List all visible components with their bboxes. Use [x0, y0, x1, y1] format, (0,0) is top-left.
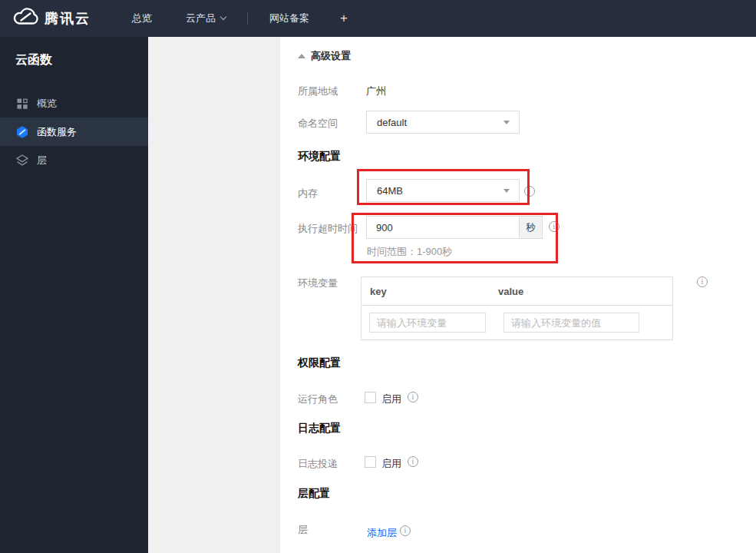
env-key-input[interactable]	[369, 313, 486, 333]
run-role-checkbox[interactable]	[365, 392, 376, 403]
tencent-cloud-console: 腾讯云 总览 云产品 网站备案 + 云函数	[0, 0, 756, 553]
function-hexagon-icon	[15, 125, 29, 139]
memory-label: 内存	[298, 187, 318, 200]
nav-add-button[interactable]: +	[326, 0, 361, 37]
log-delivery-enable-label: 启用	[381, 457, 401, 471]
sidebar-item-label: 函数服务	[37, 125, 77, 139]
function-config-form: 高级设置 所属地域 广州 命名空间 default 环境配置 内存 64MB 执…	[280, 37, 756, 553]
env-vars-input-row	[361, 306, 672, 339]
nav-item-label: 网站备案	[269, 12, 309, 25]
tencent-cloud-logo[interactable]: 腾讯云	[12, 7, 91, 31]
region-value: 广州	[366, 84, 386, 98]
sidebar-item-label: 概览	[37, 97, 57, 111]
top-navbar: 腾讯云 总览 云产品 网站备案 +	[0, 0, 756, 37]
sidebar-item-label: 层	[37, 154, 47, 167]
log-delivery-checkbox[interactable]	[365, 456, 376, 468]
env-vars-header-row: key value	[361, 277, 672, 306]
log-delivery-label: 日志投递	[298, 457, 338, 471]
nav-item-cloud-products[interactable]: 云产品	[169, 0, 243, 37]
run-role-enable-label: 启用	[381, 392, 401, 406]
sidebar-item-layers[interactable]: 层	[0, 146, 148, 174]
section-title-layer-config: 层配置	[298, 487, 330, 501]
nav-item-icp-filing[interactable]: 网站备案	[253, 0, 326, 37]
memory-selected-value: 64MB	[377, 185, 403, 197]
logo-text: 腾讯云	[45, 9, 91, 28]
env-vars-info-icon[interactable]	[697, 276, 708, 287]
env-key-header: key	[361, 286, 498, 297]
memory-select[interactable]: 64MB	[366, 179, 520, 202]
layers-icon	[15, 154, 29, 167]
region-label: 所属地域	[298, 84, 338, 98]
env-value-header: value	[498, 286, 672, 297]
cloud-logo-icon	[12, 7, 38, 31]
timeout-range-hint: 时间范围：1-900秒	[367, 245, 452, 259]
section-title-env-config: 环境配置	[298, 150, 341, 164]
env-value-input[interactable]	[503, 313, 639, 333]
chevron-down-icon	[220, 14, 226, 20]
section-title-perm-config: 权限配置	[298, 356, 341, 370]
collapsed-panel-background	[148, 37, 280, 553]
nav-divider	[247, 12, 248, 25]
memory-info-icon[interactable]	[524, 186, 535, 197]
caret-down-icon	[503, 189, 510, 193]
sidebar-menu: 概览 函数服务 层	[0, 89, 148, 174]
run-role-label: 运行角色	[298, 392, 338, 406]
timeout-input[interactable]	[366, 216, 520, 239]
nav-item-label: 总览	[132, 12, 152, 25]
add-layer-info-icon[interactable]	[400, 525, 411, 536]
nav-item-label: 云产品	[186, 12, 216, 25]
env-vars-table: key value	[361, 276, 673, 340]
advanced-settings-label: 高级设置	[311, 49, 351, 63]
advanced-settings-toggle[interactable]: 高级设置	[298, 49, 351, 63]
collapse-arrow-icon	[298, 54, 305, 58]
grid-icon	[15, 97, 29, 111]
sidebar-item-function-service[interactable]: 函数服务	[0, 118, 148, 146]
timeout-input-group: 秒	[366, 216, 543, 239]
timeout-info-icon[interactable]	[549, 221, 560, 232]
add-layer-link[interactable]: 添加层	[367, 526, 397, 540]
run-role-info-icon[interactable]	[408, 392, 418, 402]
plus-icon: +	[340, 11, 348, 26]
namespace-select[interactable]: default	[366, 111, 520, 134]
nav-menu: 总览 云产品 网站备案 +	[115, 0, 361, 37]
sidebar-title: 云函数	[0, 37, 148, 68]
nav-item-overview[interactable]: 总览	[115, 0, 169, 37]
layer-label: 层	[298, 523, 308, 537]
timeout-unit-addon: 秒	[520, 216, 543, 239]
sidebar-item-overview[interactable]: 概览	[0, 89, 148, 118]
env-vars-label: 环境变量	[298, 276, 338, 290]
section-title-log-config: 日志配置	[298, 422, 341, 435]
log-delivery-info-icon[interactable]	[408, 456, 418, 467]
timeout-label: 执行超时时间	[298, 222, 358, 236]
namespace-label: 命名空间	[298, 117, 338, 131]
namespace-selected-value: default	[377, 117, 407, 128]
sidebar: 云函数 概览	[0, 37, 148, 553]
caret-down-icon	[503, 121, 510, 124]
